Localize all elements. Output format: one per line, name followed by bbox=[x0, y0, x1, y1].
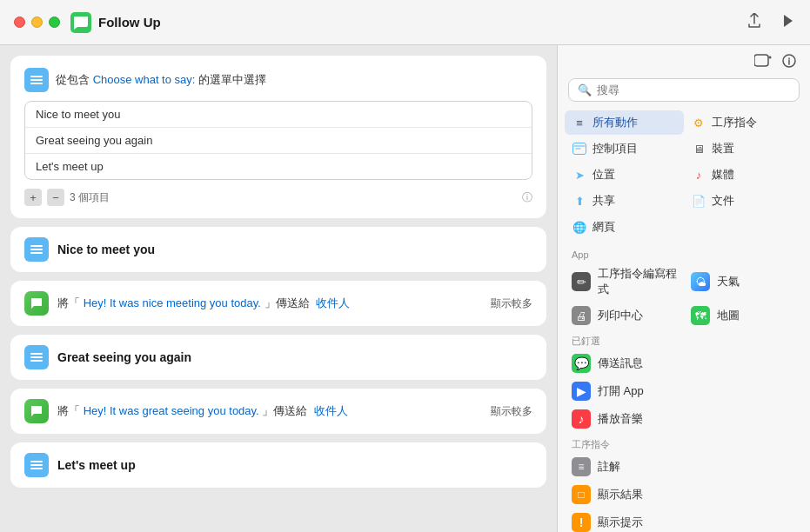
app-print[interactable]: 🖨 列印中心 bbox=[565, 302, 684, 329]
category-scripting[interactable]: ⚙ 工序指令 bbox=[684, 110, 803, 135]
scripting-icon: ⚙ bbox=[691, 115, 706, 130]
right-scroll: ≡ 所有動作 ⚙ 工序指令 控制項目 🖥 bbox=[558, 110, 810, 532]
category-device[interactable]: 🖥 裝置 bbox=[684, 136, 803, 161]
open-app-pinned-icon: ▶ bbox=[572, 382, 591, 401]
category-grid: ≡ 所有動作 ⚙ 工序指令 控制項目 🖥 bbox=[558, 110, 810, 239]
add-item-button[interactable]: + bbox=[24, 189, 42, 206]
action-nice-text: 將「 Hey! It was nice meeting you today. 」… bbox=[57, 296, 482, 311]
maximize-button[interactable] bbox=[49, 17, 60, 28]
category-all[interactable]: ≡ 所有動作 bbox=[565, 110, 684, 135]
titlebar: Follow Up bbox=[0, 0, 810, 45]
svg-rect-1 bbox=[30, 76, 43, 77]
pinned-messages[interactable]: 💬 傳送訊息 bbox=[565, 349, 803, 377]
info-button[interactable]: ⓘ bbox=[522, 190, 532, 205]
svg-rect-7 bbox=[30, 353, 43, 355]
right-header bbox=[558, 54, 810, 78]
workflow-list: ≡ 註解 □ 顯示結果 ! 顯示提示 ✎ 要求輸入 bbox=[558, 453, 810, 532]
svg-rect-6 bbox=[30, 252, 43, 254]
section-nice-label: Nice to meet you bbox=[57, 243, 155, 256]
messages-icon-2 bbox=[24, 399, 49, 423]
action-nice: 將「 Hey! It was nice meeting you today. 」… bbox=[10, 281, 546, 326]
section-nice-icon bbox=[24, 237, 49, 262]
info-panel-button[interactable] bbox=[782, 54, 796, 71]
app-icon bbox=[70, 12, 91, 33]
app-scripting[interactable]: ✏ 工序指令編寫程式 bbox=[565, 262, 684, 302]
remove-item-button[interactable]: − bbox=[47, 189, 64, 206]
category-media[interactable]: ♪ 媒體 bbox=[684, 163, 803, 187]
choice-list: Nice to meet you Great seeing you again … bbox=[24, 101, 532, 180]
show-more-1[interactable]: 顯示較多 bbox=[491, 296, 532, 311]
choice-header-text: 從包含 Choose what to say: 的選單中選擇 bbox=[56, 72, 266, 88]
show-more-2[interactable]: 顯示較多 bbox=[491, 404, 532, 419]
choice-card-icon bbox=[24, 68, 49, 92]
comment-icon: ≡ bbox=[572, 457, 591, 476]
item-count: 3 個項目 bbox=[70, 190, 517, 205]
svg-rect-11 bbox=[30, 464, 43, 466]
svg-rect-13 bbox=[754, 55, 768, 66]
choice-footer: + − 3 個項目 ⓘ bbox=[24, 189, 532, 206]
workflow-comment[interactable]: ≡ 註解 bbox=[565, 453, 803, 481]
close-button[interactable] bbox=[14, 17, 25, 28]
app-map-icon: 🗺 bbox=[691, 306, 710, 325]
choice-item-2[interactable]: Great seeing you again bbox=[25, 128, 532, 154]
left-panel: 從包含 Choose what to say: 的選單中選擇 Nice to m… bbox=[0, 45, 557, 532]
svg-rect-4 bbox=[30, 245, 43, 247]
search-input[interactable] bbox=[597, 83, 790, 96]
play-button[interactable] bbox=[779, 10, 796, 35]
location-icon: ➤ bbox=[572, 167, 587, 183]
recipient-1[interactable]: 收件人 bbox=[316, 296, 350, 309]
show-alert-icon: ! bbox=[572, 513, 591, 532]
category-sharing[interactable]: ⬆ 共享 bbox=[565, 189, 684, 213]
app-weather[interactable]: 🌤 天氣 bbox=[684, 262, 803, 302]
action-great: 將「 Hey! It was great seeing you today. 」… bbox=[10, 389, 546, 434]
share-button[interactable] bbox=[744, 10, 765, 36]
media-icon: ♪ bbox=[691, 167, 706, 183]
window-title: Follow Up bbox=[98, 15, 744, 30]
svg-rect-5 bbox=[30, 249, 43, 250]
sharing-icon: ⬆ bbox=[572, 193, 587, 209]
app-section: ✏ 工序指令編寫程式 🌤 天氣 🖨 列印中心 🗺 地圖 bbox=[558, 262, 810, 329]
category-documents[interactable]: 📄 文件 bbox=[684, 189, 803, 213]
pinned-play-music[interactable]: ♪ 播放音樂 bbox=[565, 405, 803, 433]
category-web[interactable]: 🌐 網頁 bbox=[565, 215, 684, 239]
controls-icon bbox=[572, 141, 587, 156]
search-icon: 🔍 bbox=[578, 83, 592, 96]
show-result-icon: □ bbox=[572, 485, 591, 504]
workflow-show-result[interactable]: □ 顯示結果 bbox=[565, 481, 803, 509]
search-bar: 🔍 bbox=[568, 78, 800, 102]
main-layout: 從包含 Choose what to say: 的選單中選擇 Nice to m… bbox=[0, 45, 810, 532]
svg-rect-2 bbox=[30, 79, 43, 81]
section-meet: Let's meet up bbox=[10, 442, 546, 488]
messages-pinned-icon: 💬 bbox=[572, 354, 591, 373]
section-meet-icon bbox=[24, 453, 49, 477]
messages-icon-1 bbox=[24, 291, 49, 316]
svg-rect-9 bbox=[30, 360, 43, 362]
pinned-label: 已釘選 bbox=[558, 329, 810, 349]
web-icon: 🌐 bbox=[572, 219, 587, 235]
all-actions-icon: ≡ bbox=[572, 115, 587, 130]
app-map[interactable]: 🗺 地圖 bbox=[684, 302, 803, 329]
recipient-2[interactable]: 收件人 bbox=[314, 404, 348, 417]
app-section-label: App bbox=[558, 244, 810, 262]
category-location[interactable]: ➤ 位置 bbox=[565, 163, 684, 187]
section-meet-label: Let's meet up bbox=[57, 458, 136, 472]
app-weather-icon: 🌤 bbox=[691, 272, 710, 291]
choice-header: 從包含 Choose what to say: 的選單中選擇 bbox=[24, 68, 532, 92]
workflow-label: 工序指令 bbox=[558, 433, 810, 453]
choice-card: 從包含 Choose what to say: 的選單中選擇 Nice to m… bbox=[10, 56, 546, 218]
choice-item-1[interactable]: Nice to meet you bbox=[25, 102, 532, 128]
workflow-show-alert[interactable]: ! 顯示提示 bbox=[565, 509, 803, 532]
documents-icon: 📄 bbox=[691, 193, 706, 209]
section-nice: Nice to meet you bbox=[10, 227, 546, 272]
app-print-icon: 🖨 bbox=[572, 306, 591, 325]
minimize-button[interactable] bbox=[31, 17, 43, 28]
category-controls[interactable]: 控制項目 bbox=[565, 136, 684, 161]
choice-item-3[interactable]: Let's meet up bbox=[25, 154, 532, 179]
add-action-button[interactable] bbox=[754, 54, 772, 71]
action-great-text: 將「 Hey! It was great seeing you today. 」… bbox=[57, 403, 482, 419]
play-music-pinned-icon: ♪ bbox=[572, 409, 591, 429]
device-icon: 🖥 bbox=[691, 141, 706, 156]
pinned-open-app[interactable]: ▶ 打開 App bbox=[565, 377, 803, 405]
titlebar-actions bbox=[744, 10, 796, 36]
section-great-label: Great seeing you again bbox=[57, 350, 191, 364]
